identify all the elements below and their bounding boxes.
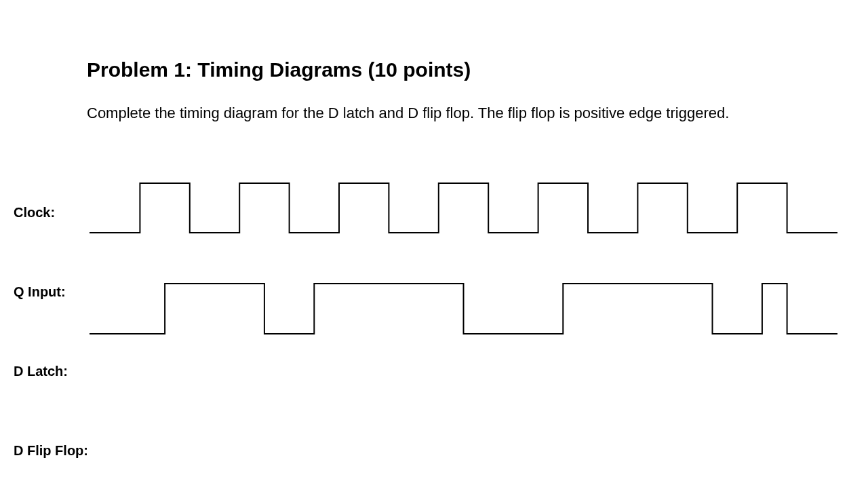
page: Problem 1: Timing Diagrams (10 points) C… [0, 0, 868, 479]
clock-waveform [90, 183, 837, 233]
qinput-waveform [90, 284, 837, 334]
timing-diagram [0, 0, 868, 479]
